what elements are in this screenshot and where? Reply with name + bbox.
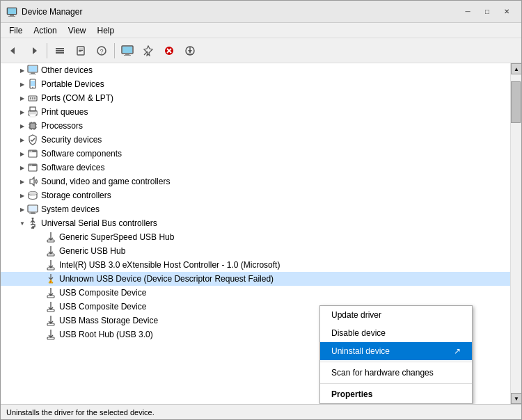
remove-button[interactable] <box>159 41 179 60</box>
svg-point-33 <box>32 87 33 88</box>
generic-usb-icon <box>45 245 56 257</box>
tree-item-portable-devices[interactable]: ▶ Portable Devices <box>1 77 510 91</box>
tree-item-other-devices[interactable]: ▶ Other devices <box>1 63 510 77</box>
expand-sound[interactable]: ▶ <box>17 177 27 186</box>
svg-rect-76 <box>47 323 54 325</box>
close-button[interactable]: ✕ <box>498 5 516 19</box>
monitor-button[interactable] <box>118 41 137 60</box>
other-devices-label: Other devices <box>41 65 93 75</box>
unknown-usb-icon: ! <box>45 273 56 284</box>
expand-software-components[interactable]: ▶ <box>17 149 27 159</box>
usb-root-hub-label: USB Root Hub (USB 3.0) <box>59 330 153 339</box>
tree-item-generic-superspeed[interactable]: Generic SuperSpeed USB Hub <box>1 230 510 244</box>
svg-rect-30 <box>29 74 36 74</box>
scroll-up-button[interactable]: ▲ <box>511 63 521 74</box>
help-toolbar-button[interactable]: ? <box>92 41 111 60</box>
expand-usb[interactable]: ▼ <box>17 218 27 228</box>
title-bar: Device Manager ─ □ ✕ <box>1 1 521 23</box>
expand-portable[interactable]: ▶ <box>17 79 27 89</box>
tree-item-storage-controllers[interactable]: ▶ Storage controllers <box>1 188 510 202</box>
svg-rect-2 <box>10 15 14 16</box>
expand-other-devices[interactable]: ▶ <box>17 65 27 75</box>
usb-controllers-icon <box>27 218 38 229</box>
context-menu: Update driver Disable device Uninstall d… <box>319 305 473 404</box>
menu-file[interactable]: File <box>3 24 28 37</box>
properties-toolbar-button[interactable] <box>71 41 90 60</box>
svg-rect-69 <box>47 240 54 242</box>
ctx-disable-device[interactable]: Disable device <box>320 324 472 342</box>
usb-mass-storage-icon <box>45 315 56 326</box>
expand-ports[interactable]: ▶ <box>17 93 27 103</box>
tree-item-system-devices[interactable]: ▶ System devices <box>1 202 510 216</box>
print-queues-icon <box>27 106 38 118</box>
generic-superspeed-label: Generic SuperSpeed USB Hub <box>59 232 174 242</box>
expand-processors[interactable]: ▶ <box>17 121 27 131</box>
svg-rect-42 <box>30 114 35 117</box>
expand-print[interactable]: ▶ <box>17 107 27 117</box>
restore-button[interactable]: □ <box>478 5 496 19</box>
portable-devices-label: Portable Devices <box>41 79 104 89</box>
menu-view[interactable]: View <box>63 24 92 37</box>
expand-security[interactable]: ▶ <box>17 135 27 145</box>
pin-button[interactable] <box>139 41 158 60</box>
minimize-button[interactable]: ─ <box>459 5 477 19</box>
status-text: Uninstalls the driver for the selected d… <box>6 408 155 417</box>
ports-label: Ports (COM & LPT) <box>41 93 113 103</box>
svg-point-68 <box>32 218 34 220</box>
svg-rect-10 <box>79 49 83 49</box>
forward-button[interactable] <box>24 41 44 60</box>
other-devices-icon <box>27 65 38 76</box>
ctx-sep-2 <box>320 383 472 384</box>
tree-item-generic-usb[interactable]: Generic USB Hub <box>1 244 510 258</box>
tree-item-processors[interactable]: ▶ Processors <box>1 119 510 133</box>
ctx-scan-hardware[interactable]: Scan for hardware changes <box>320 364 472 382</box>
tree-item-security-devices[interactable]: ▶ Security devices <box>1 133 510 147</box>
back-button[interactable] <box>3 41 23 60</box>
software-devices-label: Software devices <box>41 163 104 172</box>
tree-item-usb-composite-1[interactable]: USB Composite Device <box>1 286 510 300</box>
ctx-update-driver[interactable]: Update driver <box>320 306 472 324</box>
security-devices-label: Security devices <box>41 135 102 145</box>
storage-controllers-label: Storage controllers <box>41 191 111 200</box>
generic-usb-label: Generic USB Hub <box>59 246 125 256</box>
sound-video-label: Sound, video and game controllers <box>41 177 170 186</box>
svg-rect-70 <box>47 254 54 256</box>
intel-usb-icon <box>45 259 56 270</box>
window-controls: ─ □ ✕ <box>459 5 516 19</box>
tree-item-intel-usb[interactable]: Intel(R) USB 3.0 eXtensible Host Control… <box>1 258 510 272</box>
main-content: ▶ Other devices ▶ Portable Devices ▶ <box>1 63 521 404</box>
svg-marker-61 <box>30 177 34 186</box>
tree-item-software-devices[interactable]: ▶ Software devices <box>1 161 510 175</box>
tree-item-unknown-usb[interactable]: ! Unknown USB Device (Device Descriptor … <box>1 272 510 286</box>
app-icon <box>6 6 17 17</box>
expand-system[interactable]: ▶ <box>17 204 27 214</box>
scroll-thumb[interactable] <box>511 81 521 123</box>
download-button[interactable] <box>180 41 200 60</box>
tree-item-print-queues[interactable]: ▶ Print queues <box>1 105 510 119</box>
ports-icon <box>27 92 38 104</box>
usb-controllers-label: Universal Serial Bus controllers <box>41 218 157 228</box>
show-hidden-button[interactable] <box>50 41 70 60</box>
tree-item-usb-controllers[interactable]: ▼ Universal Serial Bus controllers <box>1 216 510 230</box>
software-components-label: Software components <box>41 149 122 159</box>
storage-controllers-icon <box>27 190 38 201</box>
expand-software-devices[interactable]: ▶ <box>17 163 27 172</box>
svg-rect-44 <box>31 124 35 128</box>
vertical-scrollbar[interactable]: ▲ ▼ <box>510 63 521 404</box>
device-tree[interactable]: ▶ Other devices ▶ Portable Devices ▶ <box>1 63 510 404</box>
expand-storage[interactable]: ▶ <box>17 191 27 200</box>
tree-item-software-components[interactable]: ▶ Software components <box>1 147 510 161</box>
tree-item-ports[interactable]: ▶ Ports (COM & LPT) <box>1 91 510 105</box>
svg-point-63 <box>29 192 37 195</box>
svg-rect-11 <box>79 50 83 51</box>
menu-help[interactable]: Help <box>92 24 120 37</box>
menu-action[interactable]: Action <box>28 24 62 37</box>
ctx-properties[interactable]: Properties <box>320 385 472 403</box>
svg-rect-7 <box>56 50 64 51</box>
svg-rect-77 <box>47 337 54 339</box>
svg-rect-74 <box>47 296 54 298</box>
ctx-uninstall-device[interactable]: Uninstall device ↗ <box>320 342 472 360</box>
tree-item-sound-video[interactable]: ▶ Sound, video and game controllers <box>1 175 510 188</box>
scroll-down-button[interactable]: ▼ <box>511 393 521 404</box>
svg-marker-5 <box>33 47 37 54</box>
